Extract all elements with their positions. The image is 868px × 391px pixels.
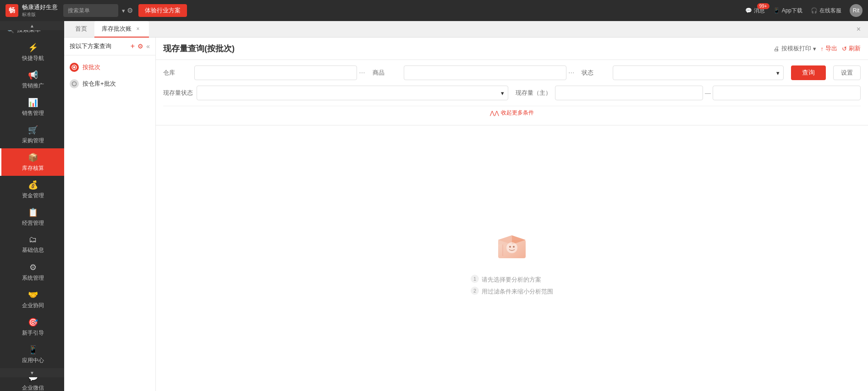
goods-input[interactable] [404, 65, 566, 80]
empty-tip-2: 2 用过滤条件来缩小分析范围 [471, 286, 553, 298]
filter-option-by-warehouse-batch[interactable]: 按仓库+批次 [64, 76, 155, 92]
topbar-dropdown-icon[interactable]: ▾ [122, 7, 125, 14]
stock-status-select[interactable]: ▾ [197, 86, 508, 100]
sidebar-item-system[interactable]: ⚙ 系统管理 [0, 258, 64, 286]
sidebar-item-basic[interactable]: 🗂 基础信息 [0, 231, 64, 258]
tab-panel-close-button[interactable]: × [853, 25, 864, 33]
warehouse-dots-icon[interactable]: ··· [359, 69, 365, 77]
range-separator: — [705, 90, 711, 97]
filter-option-by-warehouse-batch-label: 按仓库+批次 [82, 80, 116, 88]
sidebar-item-sales[interactable]: 📊 销售管理 [0, 93, 64, 121]
filter-settings-icon[interactable]: ⚙ [137, 43, 143, 50]
empty-state: 1 请先选择要分析的方案 2 用过滤条件来缩小分析范围 [156, 125, 868, 391]
svg-point-8 [513, 246, 515, 248]
filter-option-by-batch[interactable]: 按批次 [64, 59, 155, 76]
export-button[interactable]: ↑ 导出 [821, 44, 838, 53]
query-row-2: 现存量状态 ▾ 现存量（主） — [163, 86, 861, 100]
filter-panel: 按以下方案查询 + ⚙ « 按批次 [64, 38, 156, 391]
page-header: 现存量查询(按批次) 🖨 按模板打印 ▾ ↑ 导出 ↺ [156, 38, 868, 60]
marketing-icon: 📢 [28, 70, 38, 80]
sidebar-item-finance[interactable]: 💰 资金管理 [0, 176, 64, 203]
stock-amount-range: — [555, 86, 861, 100]
warehouse-field: 仓库 ··· [163, 65, 365, 80]
newbie-icon: 🎯 [28, 317, 38, 327]
topbar-gear-icon[interactable]: ⚙ [127, 6, 133, 15]
filter-warehouse-batch-icon [70, 79, 79, 88]
warehouse-input[interactable] [194, 65, 357, 80]
svg-point-2 [72, 82, 77, 86]
filter-option-by-batch-label: 按批次 [82, 63, 100, 71]
topbar-search-area[interactable]: 搜索菜单 [63, 4, 118, 17]
sidebar-item-shortcut[interactable]: ⚡ 快捷导航 [0, 38, 64, 66]
stock-amount-label: 现存量（主） [516, 89, 551, 97]
filter-panel-header-icons: + ⚙ « [131, 42, 150, 50]
warehouse-label: 仓库 [163, 69, 191, 77]
app-download-item[interactable]: 📱 App下载 [773, 7, 802, 15]
status-label: 状态 [582, 69, 609, 77]
stock-amount-from-input[interactable] [555, 86, 703, 100]
inventory-icon: 📦 [28, 152, 38, 163]
experience-industry-button[interactable]: 体验行业方案 [138, 4, 187, 17]
svg-point-7 [509, 246, 511, 248]
tab-close-button[interactable]: × [134, 25, 142, 33]
sidebar-item-operations[interactable]: 📋 经营管理 [0, 203, 64, 231]
sidebar-item-inventory[interactable]: 📦 库存核算 [0, 148, 64, 176]
stock-amount-field: 现存量（主） — [516, 86, 861, 100]
page-container: 按以下方案查询 + ⚙ « 按批次 [64, 38, 868, 391]
collapse-bar[interactable]: ⋀⋀ 收起更多条件 [163, 106, 861, 119]
filter-add-icon[interactable]: + [131, 42, 135, 50]
message-icon: 💬 [745, 7, 752, 14]
sidebar-item-appstore[interactable]: 📱 应用中心 [0, 341, 64, 368]
query-row-1: 仓库 ··· 商品 ··· [163, 65, 861, 80]
page-header-actions: 🖨 按模板打印 ▾ ↑ 导出 ↺ 刷新 [774, 44, 861, 53]
goods-field: 商品 ··· [373, 65, 575, 80]
app-download-icon: 📱 [773, 7, 780, 14]
filter-panel-body: 按批次 按仓库+批次 [64, 55, 155, 96]
stock-status-field: 现存量状态 ▾ [163, 86, 508, 100]
filter-collapse-icon[interactable]: « [146, 43, 150, 50]
sidebar-scroll-down[interactable]: ▼ [0, 368, 64, 377]
sidebar-item-newbie[interactable]: 🎯 新手引导 [0, 313, 64, 341]
template-dropdown-icon[interactable]: ▾ [813, 45, 816, 52]
topbar: 畅 畅康通好生意 标准版 搜索菜单 ▾ ⚙ 体验行业方案 💬 消息 99+ 📱 … [0, 0, 868, 21]
headset-icon: 🎧 [811, 7, 818, 14]
sidebar-item-marketing[interactable]: 📢 营销推广 [0, 66, 64, 93]
template-print-button[interactable]: 🖨 按模板打印 ▾ [774, 44, 816, 53]
sidebar-item-purchase[interactable]: 🛒 采购管理 [0, 121, 64, 148]
tab-home[interactable]: 首页 [68, 21, 94, 38]
app-logo: 畅 [5, 4, 18, 17]
tab-home-label: 首页 [75, 25, 87, 33]
stock-status-chevron-down-icon: ▾ [501, 90, 504, 97]
system-icon: ⚙ [29, 262, 37, 272]
empty-state-illustration [489, 219, 535, 266]
goods-input-wrap: ··· [404, 65, 575, 80]
purchase-icon: 🛒 [28, 125, 38, 135]
empty-state-tips: 1 请先选择要分析的方案 2 用过滤条件来缩小分析范围 [471, 274, 553, 298]
printer-icon: 🖨 [774, 45, 780, 52]
sidebar: ▲ 🔍 搜索菜单 ⚡ 快捷导航 📢 营销推广 📊 销售管理 🛒 采购管理 📦 库… [0, 21, 64, 391]
basic-icon: 🗂 [29, 235, 37, 244]
stock-amount-to-input[interactable] [713, 86, 861, 100]
refresh-button[interactable]: ↺ 刷新 [842, 44, 861, 53]
main-layout: ▲ 🔍 搜索菜单 ⚡ 快捷导航 📢 营销推广 📊 销售管理 🛒 采购管理 📦 库… [0, 21, 868, 391]
settings-button[interactable]: 设置 [833, 65, 861, 80]
user-avatar-item[interactable]: Rit [850, 4, 863, 17]
enterprise-icon: 🤝 [28, 290, 38, 300]
user-avatar: Rit [850, 4, 863, 17]
status-select[interactable]: ▾ [613, 65, 784, 80]
sidebar-item-enterprise[interactable]: 🤝 企业协同 [0, 286, 64, 313]
refresh-icon: ↺ [842, 45, 847, 52]
tab-inventory-batch[interactable]: 库存批次账 × [94, 21, 149, 38]
online-service-item[interactable]: 🎧 在线客服 [811, 7, 841, 15]
message-badge: 99+ [757, 3, 769, 9]
sidebar-scroll-up[interactable]: ▲ [0, 21, 64, 30]
goods-dots-icon[interactable]: ··· [568, 69, 574, 77]
message-item[interactable]: 💬 消息 99+ [745, 7, 765, 15]
app-download-label: App下载 [782, 7, 802, 15]
query-button[interactable]: 查询 [791, 65, 826, 80]
stock-status-label: 现存量状态 [163, 89, 193, 97]
svg-point-6 [506, 242, 517, 253]
export-icon: ↑ [821, 45, 824, 52]
content-area: 首页 库存批次账 × × 按以下方案查询 + ⚙ « [64, 21, 868, 391]
filter-panel-title: 按以下方案查询 [70, 42, 111, 50]
